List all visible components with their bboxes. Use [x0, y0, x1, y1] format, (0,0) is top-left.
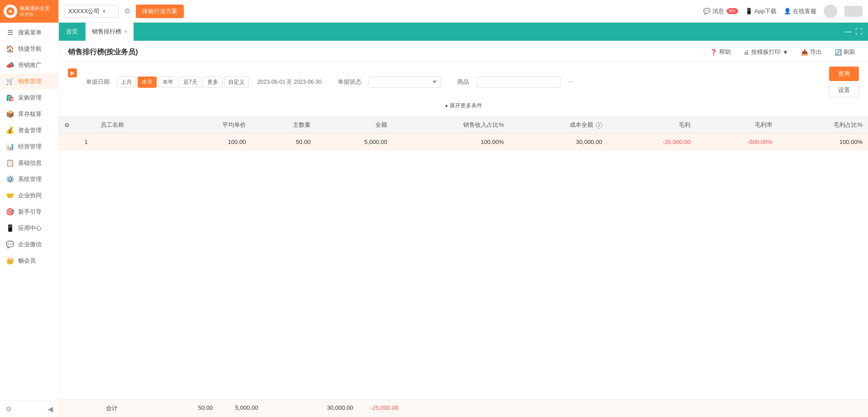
collapse-sidebar-icon[interactable]: ◀ [48, 405, 53, 413]
footer-rank [82, 404, 101, 412]
cost-info-icon[interactable]: ℹ [596, 122, 602, 129]
trial-button[interactable]: 体验行业方案 [136, 5, 184, 18]
col-gross-pct: 毛利占比% [778, 116, 868, 134]
notifications-badge: 99+ [727, 8, 738, 14]
settings-button[interactable]: 设置 [829, 83, 859, 97]
beginner-icon: 🎯 [5, 208, 14, 216]
sidebar-logo: 畅康通好生意 标准版 [0, 0, 58, 23]
print-label: 按模板打印 [751, 48, 781, 56]
enterprise-icon: 🤝 [5, 192, 14, 200]
online-support-button[interactable]: 👤 在线客服 [784, 7, 816, 15]
footer-quantity: 50.00 [182, 404, 218, 412]
col-amount: 全额 [316, 116, 393, 134]
sidebar-item-enterprise[interactable]: 🤝 企业协同 [0, 187, 58, 204]
col-quantity: 主数量 [251, 116, 316, 134]
tab-home-label: 首页 [66, 28, 78, 36]
date-range-display: 2023-06-01 至 2023-06-30 [258, 78, 321, 86]
page-actions: ❓ 帮助 🖨 按模板打印 ▼ 📤 导出 🔄 刷新 [706, 46, 859, 58]
sidebar-item-marketing[interactable]: 📣 营销推广 [0, 57, 58, 73]
company-selector[interactable]: XXXXX公司 ▼ [64, 5, 119, 18]
help-button[interactable]: ❓ 帮助 [706, 46, 734, 58]
wechat-icon: 💬 [5, 240, 14, 249]
print-button[interactable]: 🖨 按模板打印 ▼ [740, 46, 792, 58]
app-download-button[interactable]: 📱 App下载 [745, 7, 777, 15]
sidebar-label-app-center: 应用中心 [18, 224, 42, 232]
online-support-label: 在线客服 [793, 7, 816, 15]
topbar-settings-icon[interactable]: ⚙ [124, 7, 130, 15]
tab-fullscreen-icon[interactable]: ⛶ [855, 28, 863, 36]
status-label: 单据状态 [338, 78, 361, 86]
sidebar-label-finance: 资金管理 [18, 126, 42, 134]
row-gross-pct: 100.00% [778, 134, 868, 150]
goods-input[interactable] [476, 77, 561, 88]
table-body: 1 100.00 50.00 5,000.00 100.00% 30,000.0… [59, 134, 868, 150]
expand-conditions-label: 展开更多条件 [450, 102, 482, 110]
tab-sales-ranking[interactable]: 销售排行榜 × [86, 23, 134, 41]
row-cost: 30,000.00 [509, 134, 608, 150]
main-content: XXXXX公司 ▼ ⚙ 体验行业方案 💬 消息 99+ 📱 App下载 👤 在线… [59, 0, 868, 417]
col-cost: 成本全额 ℹ [509, 116, 608, 134]
footer-gross: -25,000.00 [359, 404, 404, 412]
footer-cost: 30,000.00 [313, 404, 359, 412]
finance-icon: 💰 [5, 126, 14, 134]
row-settings [59, 134, 77, 150]
tab-home[interactable]: 首页 [59, 23, 86, 41]
row-avg-price: 100.00 [173, 134, 251, 150]
sidebar-item-finance[interactable]: 💰 资金管理 [0, 122, 58, 139]
tabbar: 首页 销售排行榜 × — ⛶ [59, 23, 868, 41]
date-btn-this-year[interactable]: 本年 [158, 77, 177, 88]
refresh-button[interactable]: 🔄 刷新 [831, 46, 859, 58]
support-icon: 👤 [784, 8, 791, 14]
date-btn-this-month[interactable]: 本月 [138, 77, 157, 88]
date-btn-more[interactable]: 更多 [203, 77, 222, 88]
date-btn-custom[interactable]: 自定义 [224, 77, 249, 88]
tab-minimize-icon[interactable]: — [844, 28, 852, 36]
refresh-label: 刷新 [844, 48, 855, 56]
operation-icon: 📊 [5, 143, 14, 151]
status-select[interactable] [369, 77, 441, 88]
sidebar-item-member[interactable]: 👑 畅会员 [0, 253, 58, 269]
footer-amount: 5,000.00 [218, 404, 264, 412]
export-icon: 📤 [801, 49, 808, 56]
sales-icon: 🛒 [5, 77, 14, 86]
row-gross: -25,000.00 [608, 134, 696, 150]
sidebar-item-purchase[interactable]: 🛍️ 采购管理 [0, 90, 58, 106]
sidebar-item-app-center[interactable]: 📱 应用中心 [0, 220, 58, 236]
sidebar-item-search[interactable]: ☰ 搜索菜单 [0, 24, 58, 41]
filter-expand-arrow[interactable]: ▶ [68, 68, 77, 77]
sidebar-item-quick-nav[interactable]: 🏠 快捷导航 [0, 41, 58, 57]
settings-bottom-icon[interactable]: ⚙ [5, 405, 12, 413]
date-btn-7days[interactable]: 近7天 [179, 77, 201, 88]
company-name: XXXXX公司 [68, 7, 100, 15]
sidebar-label-sales: 销售管理 [18, 77, 42, 86]
data-table: ⚙ 员工名称 平均单价 主数量 全额 销售收入占比% 成本全额 ℹ 毛利 毛利率 [59, 116, 868, 150]
export-button[interactable]: 📤 导出 [797, 46, 825, 58]
sidebar-item-wechat[interactable]: 💬 企业微信 [0, 236, 58, 253]
page-content: 销售排行榜(按业务员) ❓ 帮助 🖨 按模板打印 ▼ 📤 导出 🔄 刷新 [59, 41, 868, 417]
sidebar-item-system[interactable]: ⚙️ 系统管理 [0, 171, 58, 187]
page-title: 销售排行榜(按业务员) [68, 48, 138, 57]
topbar-right: 💬 消息 99+ 📱 App下载 👤 在线客服 [703, 5, 863, 18]
sidebar-item-sales[interactable]: 🛒 销售管理 [0, 73, 58, 90]
query-button[interactable]: 查询 [829, 67, 859, 81]
goods-label: 商品 [457, 78, 469, 86]
notifications-button[interactable]: 💬 消息 99+ [703, 7, 738, 15]
expand-conditions-button[interactable]: ▾ 展开更多条件 [443, 100, 484, 111]
help-icon: ❓ [710, 49, 717, 56]
expand-down-icon: ▾ [445, 103, 448, 109]
col-settings[interactable]: ⚙ [59, 116, 77, 134]
row-rank: 1 [77, 134, 95, 150]
row-gross-rate: -500.00% [696, 134, 778, 150]
sidebar-item-beginner[interactable]: 🎯 新手引导 [0, 204, 58, 220]
user-avatar[interactable] [824, 5, 837, 18]
sidebar-item-inventory[interactable]: 📦 库存核算 [0, 106, 58, 122]
user-name-placeholder [844, 6, 863, 17]
date-btn-last-month[interactable]: 上月 [117, 77, 136, 88]
sidebar-item-operation[interactable]: 📊 经营管理 [0, 139, 58, 155]
more-filter-dots[interactable]: ··· [568, 78, 574, 86]
tab-sales-ranking-label: 销售排行榜 [92, 28, 121, 36]
tab-close-icon[interactable]: × [124, 29, 127, 35]
sidebar-item-basic-info[interactable]: 📋 基础信息 [0, 155, 58, 171]
logo-text-block: 畅康通好生意 标准版 [20, 5, 50, 18]
row-amount: 5,000.00 [316, 134, 393, 150]
